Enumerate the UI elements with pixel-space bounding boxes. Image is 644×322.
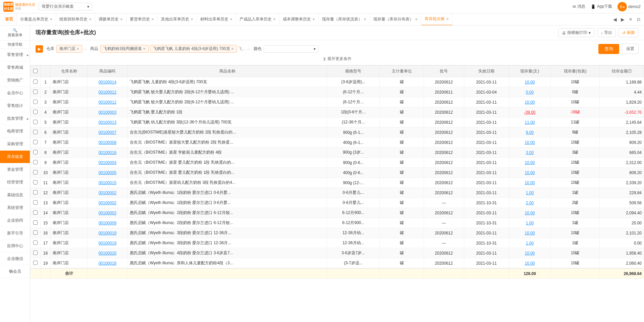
- row-check[interactable]: [31, 97, 41, 107]
- row-qty-main[interactable]: 11.00: [509, 117, 550, 127]
- tab-xianzaiku2[interactable]: 现存量（库存分布表） ✕: [370, 13, 421, 25]
- row-check[interactable]: [31, 258, 41, 269]
- row-name[interactable]: 飞鹤星飞帆 幼儿配方奶粉 3段(12-36个月幼儿适用) 700克: [127, 117, 327, 127]
- row-qty-main[interactable]: 10.00: [509, 258, 550, 269]
- expand-more-btn[interactable]: ⊻ 展开更多条件: [323, 56, 352, 62]
- row-check[interactable]: [31, 198, 41, 208]
- product-tag-1[interactable]: 飞鹤星飞帆 儿童奶粉 4段(3-6岁适用) 700克 ✕: [150, 45, 237, 53]
- warehouse-more-btn[interactable]: ···: [84, 47, 87, 51]
- tab-close-icon[interactable]: ✕: [120, 17, 123, 21]
- row-code[interactable]: 00100008: [88, 138, 128, 148]
- row-checkbox[interactable]: [33, 251, 38, 255]
- row-name[interactable]: 惠氏启赋（Wyeth illuma）2段奶粉 爱尔兰进口 6-12月较...: [127, 208, 327, 218]
- filter-expand-btn[interactable]: ▶: [36, 45, 43, 53]
- sidebar-item-entwechat[interactable]: 企业微信: [0, 253, 30, 265]
- product-tag-0[interactable]: 飞鹤奶粉3段丙捆搭装 ✕: [100, 45, 149, 53]
- row-code[interactable]: 00100014: [88, 77, 128, 87]
- row-qty-main[interactable]: 10.00: [509, 228, 550, 238]
- settings-btn[interactable]: 设置: [622, 44, 639, 54]
- row-qty-main[interactable]: 10.00: [509, 248, 550, 258]
- row-check[interactable]: [31, 188, 41, 198]
- sidebar-item-inventory[interactable]: 库存核算: [0, 151, 30, 163]
- sidebar-item-appcenter[interactable]: 应用中心: [0, 240, 30, 253]
- row-checkbox[interactable]: [33, 170, 38, 174]
- row-qty-main[interactable]: 1.00: [509, 218, 550, 228]
- row-code[interactable]: 00100012: [88, 97, 128, 107]
- row-check[interactable]: [31, 228, 41, 238]
- row-qty-main[interactable]: 3.00: [509, 148, 550, 158]
- row-checkbox[interactable]: [33, 90, 38, 94]
- tab-yaohu[interactable]: 要货单历史 ✕: [126, 13, 158, 25]
- tab-close-icon[interactable]: ✕: [446, 17, 449, 21]
- row-check[interactable]: [31, 158, 41, 168]
- account-selector[interactable]: 母婴行业演示账套 ▾: [39, 3, 92, 10]
- row-code[interactable]: 00100015: [88, 178, 128, 188]
- row-code[interactable]: 00100005: [88, 168, 128, 178]
- row-qty-main[interactable]: 2.00: [509, 198, 550, 208]
- row-qty-main[interactable]: 10.00: [509, 208, 550, 218]
- row-name[interactable]: 飞鹤星飞帆 较大婴儿配方奶粉 2段(6-12个月婴幼儿适用) ...: [127, 97, 327, 107]
- row-checkbox[interactable]: [33, 110, 38, 114]
- row-name[interactable]: 惠氏启赋（Wyeth illuma）4段奶粉 爱尔兰进口 3-6岁及7...: [127, 248, 327, 258]
- row-qty-main[interactable]: 10.00: [509, 158, 550, 168]
- row-code[interactable]: 00100007: [88, 127, 128, 138]
- sidebar-item-enterprise[interactable]: 企业协同: [0, 214, 30, 227]
- row-name[interactable]: 飞鹤星飞帆 婴儿配方奶粉 1段: [127, 107, 327, 117]
- tab-chengben[interactable]: 成本调整单历史 ✕: [279, 13, 319, 25]
- row-name[interactable]: 惠氏启赋（Wyeth illuma）3段奶粉 爱尔兰进口 12-36月...: [127, 228, 327, 238]
- app-download-btn[interactable]: 📱 App下载: [591, 4, 612, 9]
- row-checkbox[interactable]: [33, 160, 38, 164]
- row-qty-main[interactable]: 10.00: [509, 138, 550, 148]
- row-qty-main[interactable]: 1.00: [509, 238, 550, 248]
- sidebar-item-basic[interactable]: 基础信息: [0, 189, 30, 202]
- row-name[interactable]: 合生元（BIOSTIME）派星 婴儿配方奶粉 1段 乳铁蛋白的...: [127, 158, 327, 168]
- row-name[interactable]: 合生元（BIOSTIME）派星较大婴儿配方奶粉 2段 乳铁蛋...: [127, 138, 327, 148]
- tab-close-icon[interactable]: ✕: [50, 17, 52, 21]
- row-checkbox[interactable]: [33, 200, 38, 205]
- row-checkbox[interactable]: [33, 150, 38, 154]
- tab-next-btn[interactable]: ▶: [619, 17, 626, 22]
- sidebar-item-vip[interactable]: 畅会员: [0, 265, 30, 278]
- print-btn[interactable]: 🖨 按模板打印 ▾: [558, 28, 594, 37]
- tab-close-icon[interactable]: ✕: [230, 17, 232, 21]
- row-checkbox[interactable]: [33, 220, 38, 225]
- row-name[interactable]: 惠氏启赋（Wyeth illuma）2段奶粉 爱尔兰进口 6-12月较...: [127, 218, 327, 228]
- sidebar-item-member[interactable]: 会员中心: [0, 87, 30, 100]
- sidebar-item-purchase[interactable]: 采购管理: [0, 138, 30, 151]
- color-dropdown[interactable]: ▾: [264, 45, 319, 53]
- row-name[interactable]: 合生元（BIOSTIME）派星 学龄前儿童配方奶粉 4段: [127, 148, 327, 158]
- row-check[interactable]: [31, 218, 41, 228]
- row-qty-main[interactable]: -39.00: [509, 107, 550, 117]
- tab-fenku[interactable]: 分量盘点单历史 ✕: [17, 13, 56, 25]
- sidebar-item-system[interactable]: 系统管理: [0, 202, 30, 214]
- row-code[interactable]: 00100002: [88, 208, 128, 218]
- row-check[interactable]: [31, 138, 41, 148]
- row-check[interactable]: [31, 87, 41, 97]
- tab-expand-btn[interactable]: ⊡: [635, 16, 642, 22]
- refresh-btn[interactable]: ↺ 刷新: [619, 28, 639, 37]
- row-name[interactable]: 惠氏启赋（Wyeth illuma）1段奶粉 爱尔兰进口 0-6月婴...: [127, 198, 327, 208]
- sidebar-item-finance[interactable]: 资金管理: [0, 163, 30, 176]
- row-code[interactable]: 00100019: [88, 228, 128, 238]
- row-checkbox[interactable]: [33, 230, 38, 235]
- row-name[interactable]: 飞鹤星飞帆 儿童奶粉 4段(3-6岁适用) 700克: [127, 77, 327, 87]
- product-more-dots[interactable]: ···: [247, 47, 250, 51]
- row-check[interactable]: [31, 77, 41, 87]
- row-code[interactable]: 00100009: [88, 218, 128, 228]
- warehouse-tag-close-icon[interactable]: ✕: [76, 47, 79, 51]
- sidebar-item-ecom[interactable]: 电商管理: [0, 125, 30, 138]
- user-profile[interactable]: Ea demo2: [618, 2, 641, 11]
- row-check[interactable]: [31, 248, 41, 258]
- tab-close-icon[interactable]: ✕: [89, 17, 92, 21]
- row-checkbox[interactable]: [33, 180, 38, 184]
- tab-cailiao[interactable]: 材料出库单历史 ✕: [197, 13, 236, 25]
- product-tag-1-close-icon[interactable]: ✕: [231, 47, 234, 51]
- row-checkbox[interactable]: [33, 261, 38, 265]
- row-qty-main[interactable]: 10.00: [509, 97, 550, 107]
- row-checkbox[interactable]: [33, 190, 38, 195]
- sidebar-quick-nav[interactable]: 快捷导航: [0, 41, 30, 49]
- warehouse-tag-0[interactable]: 南岸门店 ✕: [56, 45, 82, 53]
- message-btn[interactable]: ✉ 消息: [573, 4, 585, 9]
- row-qty-main[interactable]: 1.00: [509, 188, 550, 198]
- row-checkbox[interactable]: [33, 240, 38, 245]
